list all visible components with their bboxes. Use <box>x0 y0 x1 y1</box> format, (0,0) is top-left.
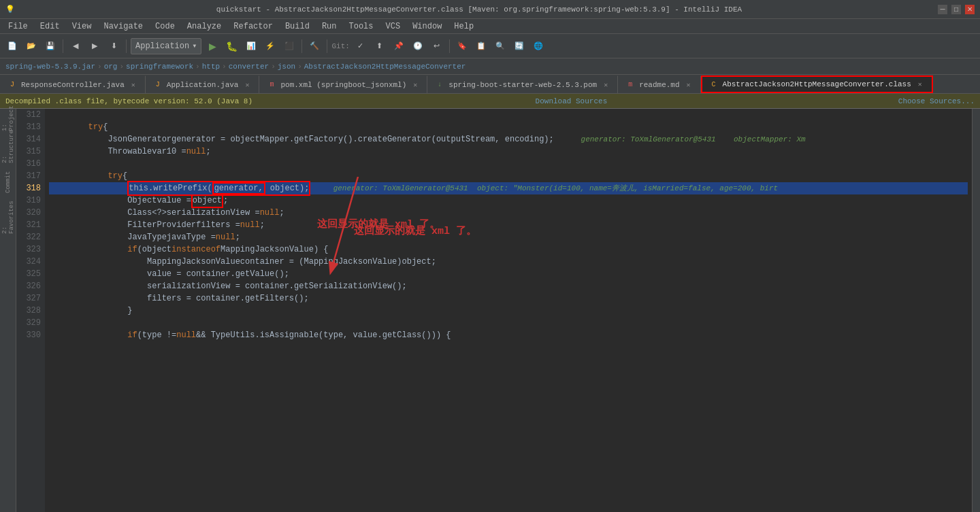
dropdown-arrow-icon: ▾ <box>192 41 197 51</box>
code-line-326: serializationView = container.getSeriali… <box>49 280 968 292</box>
project-icon[interactable]: 1: Project <box>1 112 15 125</box>
choose-sources-link[interactable]: Choose Sources... <box>898 97 975 105</box>
new-file-button[interactable]: 📄 <box>4 38 20 54</box>
code-line-318: this.writePrefix(generator, object); gen… <box>49 182 968 194</box>
breadcrumb-jar[interactable]: spring-web-5.3.9.jar <box>5 63 95 71</box>
tab-application-close[interactable]: ✕ <box>242 80 252 90</box>
breadcrumb-sep-3: › <box>195 63 200 71</box>
ln-313: 313 <box>16 121 41 133</box>
forward-button[interactable]: ▶ <box>86 38 103 54</box>
git-revert-button[interactable]: ↩ <box>429 38 445 54</box>
recent-button[interactable]: ⬇ <box>105 38 122 54</box>
ln-325: 325 <box>16 268 41 280</box>
debug-button[interactable]: 🐛 <box>223 38 240 54</box>
tab-application-icon: J <box>153 80 163 90</box>
run-with-coverage-button[interactable]: 📊 <box>243 38 259 54</box>
ln-312: 312 <box>16 109 41 121</box>
breadcrumb-json[interactable]: json <box>278 63 295 71</box>
code-line-321: FilterProvider filters = null; <box>49 219 968 231</box>
code-line-315: Throwable var10 = null; <box>49 146 968 158</box>
tab-spring-starter[interactable]: ↓ spring-boot-starter-web-2.5.3.pom ✕ <box>427 75 618 93</box>
breadcrumb: spring-web-5.3.9.jar › org › springframe… <box>0 58 980 75</box>
menu-edit[interactable]: Edit <box>35 20 65 33</box>
ln-326: 326 <box>16 280 41 292</box>
code-line-322: JavaType javaType = null; <box>49 231 968 243</box>
git-commit-button[interactable]: 📌 <box>391 38 407 54</box>
ln-318: 318 <box>16 182 41 194</box>
favorites-icon[interactable]: 2: Favorites <box>1 211 15 224</box>
breadcrumb-http[interactable]: http <box>202 63 220 71</box>
ln-329: 329 <box>16 317 41 329</box>
menu-view[interactable]: View <box>67 20 97 33</box>
menu-window[interactable]: Window <box>407 20 447 33</box>
line-numbers: 312 313 314 315 316 317 318 319 320 321 … <box>16 109 45 512</box>
minimize-button[interactable]: ─ <box>938 5 947 14</box>
breadcrumb-org[interactable]: org <box>104 63 118 71</box>
code-line-314: JsonGenerator generator = objectMapper.g… <box>49 133 968 146</box>
tab-application-java[interactable]: J Application.java ✕ <box>146 75 260 93</box>
back-button[interactable]: ◀ <box>67 38 84 54</box>
tab-pom-close[interactable]: ✕ <box>410 80 420 90</box>
tab-response-close[interactable]: ✕ <box>129 80 138 90</box>
tab-abstract-icon: C <box>709 80 719 89</box>
run-button[interactable]: ▶ <box>204 38 220 54</box>
search-button[interactable]: 🔍 <box>492 38 508 54</box>
menu-analyze[interactable]: Analyze <box>182 20 227 33</box>
run-config-dropdown[interactable]: Application ▾ <box>131 38 201 54</box>
open-button[interactable]: 📂 <box>23 38 39 54</box>
menu-tools[interactable]: Tools <box>344 20 379 33</box>
titlebar: 💡 quickstart - AbstractJackson2HttpMessa… <box>0 0 980 19</box>
menu-build[interactable]: Build <box>280 20 315 33</box>
ln-327: 327 <box>16 292 41 305</box>
code-line-327: filters = container.getFilters(); <box>49 292 968 305</box>
git-update-button[interactable]: ✓ <box>353 38 369 54</box>
tab-response-label: ResponseController.java <box>21 81 125 89</box>
toolbar-sep-5 <box>449 39 450 53</box>
profile-button[interactable]: ⚡ <box>262 38 278 54</box>
ln-319: 319 <box>16 194 41 207</box>
replace-button[interactable]: 🔄 <box>511 38 527 54</box>
code-line-325: value = container.getValue(); <box>49 268 968 280</box>
toolbar-sep-3 <box>301 39 302 53</box>
stop-button[interactable]: ⬛ <box>281 38 297 54</box>
git-push-button[interactable]: ⬆ <box>372 38 388 54</box>
menu-help[interactable]: Help <box>448 20 479 33</box>
code-line-316 <box>49 158 968 170</box>
tab-readme[interactable]: m readme.md ✕ <box>618 75 700 93</box>
decompile-text: Decompiled .class file, bytecode version… <box>5 97 252 105</box>
structure-button[interactable]: 📋 <box>473 38 489 54</box>
breadcrumb-converter[interactable]: converter <box>229 63 269 71</box>
menu-run[interactable]: Run <box>316 20 342 33</box>
toolbar-sep-4 <box>327 39 327 53</box>
breadcrumb-class[interactable]: AbstractJackson2HttpMessageConverter <box>304 63 466 71</box>
code-editor[interactable]: try { JsonGenerator generator = objectMa… <box>45 109 972 512</box>
download-sources-link[interactable]: Download Sources <box>536 97 608 105</box>
code-line-320: Class<?> serializationView = null; <box>49 207 968 219</box>
breadcrumb-springframework[interactable]: springframework <box>126 63 193 71</box>
build-button[interactable]: 🔨 <box>306 38 323 54</box>
close-button[interactable]: ✕ <box>965 5 975 14</box>
tab-abstract-class[interactable]: C AbstractJackson2HttpMessageConverter.c… <box>701 75 933 93</box>
maximize-button[interactable]: □ <box>951 5 961 14</box>
menu-vcs[interactable]: VCS <box>380 20 406 33</box>
commit-icon[interactable]: Commit <box>1 175 15 189</box>
save-button[interactable]: 💾 <box>42 38 59 54</box>
tab-abstract-close[interactable]: ✕ <box>915 80 925 89</box>
menu-file[interactable]: File <box>3 20 33 33</box>
window-controls[interactable]: ─ □ ✕ <box>938 5 975 14</box>
tab-response-controller[interactable]: J ResponseController.java ✕ <box>0 75 146 93</box>
breadcrumb-sep-1: › <box>97 63 102 71</box>
tab-readme-close[interactable]: ✕ <box>684 80 693 90</box>
menu-code[interactable]: Code <box>150 20 180 33</box>
tab-starter-close[interactable]: ✕ <box>601 80 610 90</box>
menu-refactor[interactable]: Refactor <box>228 20 278 33</box>
bookmark-button[interactable]: 🔖 <box>454 38 470 54</box>
ln-314: 314 <box>16 133 41 146</box>
right-scrollbar[interactable] <box>972 109 980 512</box>
structure-icon[interactable]: 2: Structure <box>1 140 15 154</box>
tab-pom-xml[interactable]: m pom.xml (springboot_jsonxml) ✕ <box>259 75 427 93</box>
menu-navigate[interactable]: Navigate <box>98 20 148 33</box>
code-line-324: MappingJacksonValue container = (Mapping… <box>49 256 968 268</box>
git-history-button[interactable]: 🕐 <box>410 38 426 54</box>
translate-button[interactable]: 🌐 <box>530 38 546 54</box>
